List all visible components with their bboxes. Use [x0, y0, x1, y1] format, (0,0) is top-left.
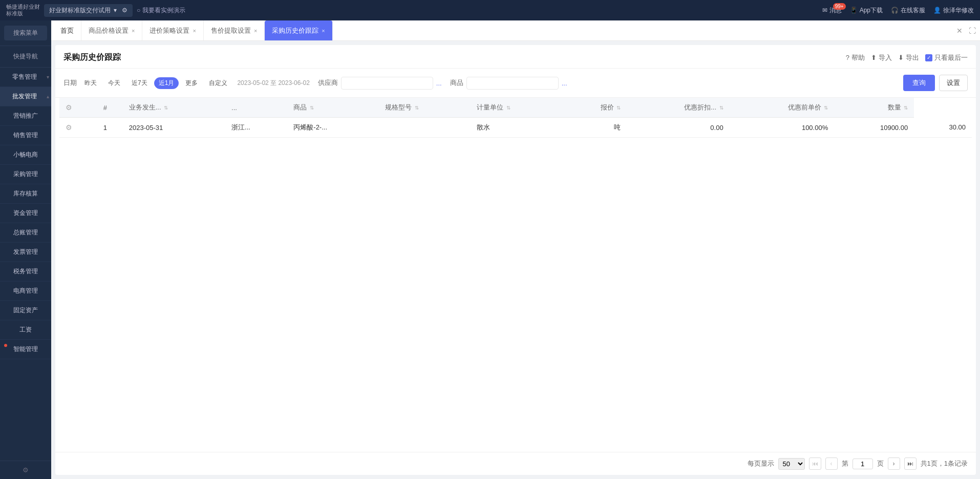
date-btn-7days[interactable]: 近7天	[127, 77, 152, 89]
sort-icon-spec: ⇅	[415, 105, 419, 111]
quick-nav-button[interactable]: 快捷导航	[4, 49, 47, 64]
row-gear[interactable]: ⚙	[59, 118, 97, 138]
sidebar-item-tax[interactable]: 税务管理	[0, 262, 51, 281]
col-header-gear[interactable]: ⚙	[59, 98, 97, 118]
col-header-date[interactable]: 业务发生... ⇅	[123, 98, 225, 118]
version-selector[interactable]: 好业财标准版交付试用 ▾ ⚙	[44, 4, 133, 17]
tab-history-price[interactable]: 采购历史价跟踪 ×	[265, 20, 332, 40]
first-page-button[interactable]: ⏮	[809, 458, 821, 470]
page-number-input[interactable]	[853, 459, 873, 469]
table-row: ⚙ 1 2023-05-31 浙江... 丙烯酸-2-... 散水 吨 0.00…	[59, 118, 972, 138]
last-page-button[interactable]: ⏭	[904, 458, 917, 470]
sidebar-item-retail[interactable]: 零售管理 ▾	[0, 68, 51, 87]
sidebar-settings-button[interactable]: ⚙	[0, 461, 51, 479]
row-unit: 散水	[471, 118, 562, 138]
row-num: 1	[97, 118, 123, 138]
online-service-button[interactable]: 🎧 在线客服	[891, 6, 925, 15]
next-page-button[interactable]: ›	[888, 458, 900, 470]
sort-icon-qty: ⇅	[904, 105, 908, 111]
product-input[interactable]	[466, 77, 559, 90]
message-icon: ✉	[822, 7, 827, 14]
sidebar-item-inventory[interactable]: 库存核算	[0, 184, 51, 204]
row-discount: 100.00%	[730, 118, 835, 138]
date-btn-custom[interactable]: 自定义	[204, 77, 232, 89]
sidebar-item-fixed-assets[interactable]: 固定资产	[0, 301, 51, 320]
demo-link[interactable]: ○ 我要看实例演示	[137, 6, 185, 15]
close-window-button[interactable]: ✕	[954, 25, 965, 37]
close-tab-price[interactable]: ×	[132, 28, 135, 34]
date-filter-label: 日期	[63, 78, 77, 88]
per-page-select[interactable]: 50 100 200	[778, 458, 805, 470]
app-download-button[interactable]: 📱 App下载	[850, 6, 883, 15]
supplier-more-button[interactable]: ...	[436, 79, 442, 87]
tab-home[interactable]: 首页	[53, 20, 81, 40]
row-date: 2023-05-31	[123, 118, 225, 138]
col-header-discount[interactable]: 优惠折扣... ⇅	[627, 98, 729, 118]
page-suffix: 页	[877, 459, 884, 468]
settings-filter-button[interactable]: 设置	[939, 75, 968, 91]
close-tab-sale-price[interactable]: ×	[254, 28, 257, 34]
supplier-input[interactable]	[341, 77, 433, 90]
sidebar-search-section: 搜索菜单	[0, 20, 51, 46]
only-last-checkbox[interactable]: 只看最后一	[925, 53, 968, 62]
data-table: ⚙ # 业务发生... ⇅ ... 商品 ⇅	[59, 98, 972, 138]
sidebar-item-wholesale[interactable]: 批发管理 ▴	[0, 87, 51, 106]
sidebar-item-marketing[interactable]: 营销推广	[0, 106, 51, 126]
date-btn-more[interactable]: 更多	[181, 77, 202, 89]
close-tab-strategy[interactable]: ×	[193, 28, 196, 34]
date-range-display: 2023-05-02 至 2023-06-02	[237, 79, 309, 88]
sidebar-item-ecommerce-small[interactable]: 小畅电商	[0, 145, 51, 165]
row-supplier: 浙江...	[225, 118, 287, 138]
settings-icon[interactable]: ⚙	[122, 7, 127, 14]
supplier-filter-label: 供应商	[318, 78, 338, 88]
date-btn-1month[interactable]: 近1月	[154, 77, 179, 89]
col-header-spec[interactable]: 规格型号 ⇅	[379, 98, 471, 118]
messages-button[interactable]: ✉ 消息 99+	[822, 6, 842, 15]
date-btn-today[interactable]: 今天	[103, 77, 125, 89]
tab-sale-price[interactable]: 售价提取设置 ×	[204, 20, 265, 40]
page-header: 采购历史价跟踪 ? 帮助 ⬆ 导入 ⬇ 导出	[55, 45, 976, 69]
col-header-price[interactable]: 报价 ⇅	[562, 98, 627, 118]
sidebar-item-ecommerce[interactable]: 电商管理	[0, 281, 51, 301]
avatar-icon: 👤	[933, 7, 941, 14]
export-button[interactable]: ⬇ 导出	[898, 53, 919, 62]
import-button[interactable]: ⬆ 导入	[871, 53, 892, 62]
maximize-window-button[interactable]: ⛶	[967, 25, 978, 37]
close-tab-history[interactable]: ×	[322, 28, 325, 34]
export-icon: ⬇	[898, 54, 904, 61]
tab-purchase-strategy[interactable]: 进价策略设置 ×	[142, 20, 203, 40]
col-header-product[interactable]: 商品 ⇅	[287, 98, 379, 118]
sidebar-item-invoice[interactable]: 发票管理	[0, 243, 51, 262]
col-header-more[interactable]: ...	[225, 98, 287, 118]
sidebar-item-finance[interactable]: 资金管理	[0, 204, 51, 223]
col-header-qty[interactable]: 数量 ⇅	[834, 98, 914, 118]
product-more-button[interactable]: ...	[562, 79, 567, 87]
query-button[interactable]: 查询	[903, 75, 935, 91]
sidebar-item-purchase[interactable]: 采购管理	[0, 165, 51, 184]
per-page-label: 每页显示	[748, 459, 774, 468]
filter-actions: 查询 设置	[903, 75, 968, 91]
help-button[interactable]: ? 帮助	[846, 53, 865, 62]
col-header-num: #	[97, 98, 123, 118]
sidebar-item-payroll[interactable]: 工资	[0, 320, 51, 340]
sort-icon-product: ⇅	[310, 105, 314, 111]
prev-page-button[interactable]: ‹	[825, 458, 838, 470]
row-spec	[379, 118, 471, 138]
search-menu-button[interactable]: 搜索菜单	[4, 26, 47, 40]
col-header-unit[interactable]: 计量单位 ⇅	[471, 98, 562, 118]
sidebar-item-smart[interactable]: 智能管理	[0, 340, 51, 359]
chevron-down-icon: ▾	[114, 7, 117, 14]
sidebar-item-ledger[interactable]: 总账管理	[0, 223, 51, 243]
tab-price[interactable]: 商品价格设置 ×	[81, 20, 142, 40]
chevron-icon: ▾	[47, 74, 49, 80]
tab-bar: 首页 商品价格设置 × 进价策略设置 × 售价提取设置 × 采购历史价跟踪 × …	[51, 20, 980, 41]
sidebar-item-sales[interactable]: 销售管理	[0, 126, 51, 145]
col-header-orig-price[interactable]: 优惠前单价 ⇅	[730, 98, 835, 118]
help-icon: ?	[846, 54, 849, 61]
sidebar: 搜索菜单 快捷导航 零售管理 ▾ 批发管理 ▴ 营销推广 销售管理 小畅电商 采…	[0, 20, 51, 479]
user-menu-button[interactable]: 👤 徐泽华修改	[933, 6, 974, 15]
sort-icon-orig-price: ⇅	[824, 105, 828, 111]
total-info: 共1页，1条记录	[921, 459, 968, 468]
notification-dot	[4, 344, 7, 347]
date-btn-yesterday[interactable]: 昨天	[80, 77, 101, 89]
